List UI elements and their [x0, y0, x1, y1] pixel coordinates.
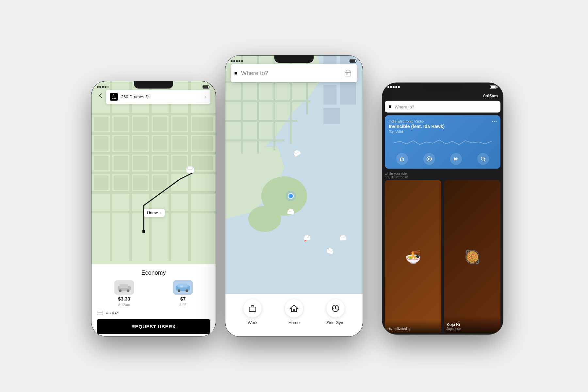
home-icon — [289, 304, 299, 313]
economy-title: Economy — [97, 270, 210, 276]
home-icon-circle — [285, 299, 303, 318]
destination-work[interactable]: Work — [243, 299, 262, 325]
ride-card-1[interactable]: $3.33 8:12am — [97, 280, 152, 307]
svg-rect-12 — [94, 117, 108, 131]
svg-rect-25 — [114, 156, 128, 170]
svg-rect-92 — [430, 158, 430, 160]
signal-dots-center — [231, 60, 243, 62]
svg-rect-29 — [192, 156, 213, 170]
ride-time-2: 8:05 — [179, 303, 186, 307]
search-bar[interactable]: Where to? — [231, 64, 357, 82]
search-icon — [481, 156, 486, 162]
time-large-right: 8:05am — [387, 93, 498, 98]
skip-button[interactable] — [450, 153, 462, 165]
briefcase-icon — [248, 304, 257, 313]
car-icon-1 — [116, 283, 132, 292]
svg-rect-36 — [188, 166, 193, 170]
home-label-text: Home — [147, 210, 158, 215]
car-icon-2: ubr — [175, 283, 191, 292]
food-card-koja[interactable]: 🥘 Koja Ki Japanese — [444, 180, 500, 333]
audio-waveform — [389, 138, 497, 148]
svg-rect-17 — [192, 117, 213, 131]
time-right: 7:56 AM — [436, 85, 449, 89]
ride-time-1: 8:12am — [118, 303, 130, 307]
status-bar-left: 7:56 AM — [91, 81, 216, 90]
more-options-icon[interactable]: ··· — [492, 119, 497, 124]
address-chevron-icon: › — [205, 94, 206, 100]
payment-row: •••• 4321 — [97, 311, 210, 315]
food-name-koja: Koja Ki — [447, 322, 498, 327]
time-center: 7:56 AM — [286, 59, 302, 63]
signal-dots-right — [387, 86, 400, 88]
ride-price-2: $7 — [180, 296, 186, 302]
scene: Home › 7:56 AM — [65, 16, 523, 376]
search-music-button[interactable] — [477, 153, 489, 165]
zinc-gym-label: Zinc Gym — [326, 320, 345, 325]
svg-rect-32 — [133, 175, 148, 190]
address-bar: 2 MIN 260 Drumes St › — [106, 90, 210, 104]
svg-rect-79 — [341, 235, 345, 238]
svg-line-96 — [484, 160, 485, 161]
eta-badge: 2 MIN — [110, 93, 118, 101]
food-desc-ramen: nts, delivered at — [387, 327, 439, 331]
pause-button[interactable] — [423, 153, 435, 165]
home-dest-label: Home — [288, 320, 300, 325]
svg-point-40 — [127, 289, 129, 292]
battery-left — [203, 85, 210, 89]
phone-left: Home › 7:56 AM — [91, 81, 216, 336]
destinations-bar: Work Home — [225, 294, 363, 336]
svg-rect-72 — [289, 209, 293, 212]
svg-rect-30 — [94, 175, 108, 190]
svg-rect-18 — [94, 136, 108, 151]
search-dot-icon — [235, 72, 237, 74]
right-search-placeholder: Where to? — [395, 104, 497, 109]
payment-text: •••• 4321 — [106, 311, 120, 315]
work-label: Work — [248, 320, 257, 325]
home-chevron-icon: › — [160, 211, 161, 215]
right-search-dot — [389, 106, 391, 108]
destination-home[interactable]: Home — [285, 299, 303, 325]
phone-center: 7:56 AM Where to? — [225, 56, 363, 336]
pause-icon — [427, 156, 432, 162]
skip-forward-icon — [453, 156, 459, 162]
music-song: Invincible (feat. Ida Hawk) — [389, 124, 497, 129]
svg-rect-84 — [346, 74, 348, 74]
svg-rect-89 — [400, 159, 400, 161]
destination-zinc-gym[interactable]: Zinc Gym — [326, 299, 345, 325]
svg-rect-28 — [172, 156, 187, 170]
status-bar-right: 7:56 AM — [382, 83, 503, 90]
food-subtitle: nts, delivered at — [385, 175, 500, 179]
svg-rect-31 — [114, 175, 128, 190]
svg-rect-15 — [153, 117, 167, 131]
svg-rect-22 — [172, 136, 187, 151]
back-button[interactable] — [96, 91, 105, 100]
food-image-ramen: 🍜 — [385, 180, 441, 333]
ride-img-2: ubr — [173, 280, 193, 295]
svg-rect-14 — [133, 117, 148, 131]
svg-point-44 — [186, 289, 188, 292]
search-input[interactable]: Where to? — [241, 70, 339, 77]
work-icon-circle — [243, 299, 262, 318]
svg-rect-23 — [192, 136, 213, 151]
svg-rect-34 — [142, 230, 145, 233]
svg-rect-24 — [94, 156, 108, 170]
food-cards: 🍜 nts, delivered at 🥘 Koja Ki Japanese — [385, 180, 500, 333]
svg-point-90 — [427, 157, 432, 161]
svg-rect-80 — [345, 71, 351, 76]
svg-rect-13 — [114, 117, 128, 131]
svg-point-43 — [178, 289, 180, 292]
recent-icon — [331, 304, 340, 313]
svg-rect-21 — [153, 136, 167, 151]
like-button[interactable] — [396, 153, 408, 165]
zinc-gym-icon-circle — [326, 299, 345, 318]
ride-card-2[interactable]: ubr $7 8:05 — [155, 280, 210, 307]
schedule-button[interactable] — [342, 67, 353, 79]
request-uber-button[interactable]: REQUEST UBERX — [97, 319, 210, 334]
battery-right — [490, 86, 498, 89]
svg-rect-38 — [120, 284, 128, 288]
while-ride-text: while you ride — [385, 172, 500, 175]
food-card-ramen[interactable]: 🍜 nts, delivered at — [385, 180, 441, 333]
svg-rect-16 — [172, 117, 187, 131]
svg-rect-27 — [153, 156, 167, 170]
home-label[interactable]: Home › — [144, 209, 165, 217]
